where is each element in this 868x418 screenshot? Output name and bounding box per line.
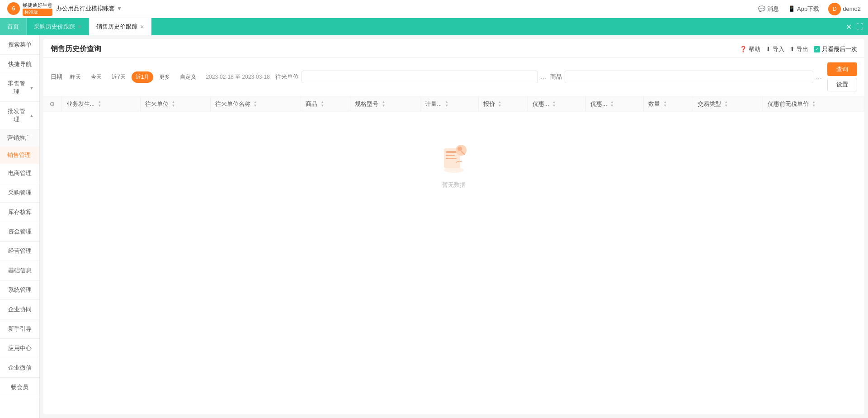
date-btn-today[interactable]: 今天	[87, 71, 106, 83]
export-label: 导出	[797, 45, 808, 53]
th-date-label: 业务发生...	[66, 100, 95, 108]
tab-sales[interactable]: 销售历史价跟踪 ×	[89, 18, 151, 35]
partner-input[interactable]	[302, 71, 538, 83]
th-notax-price[interactable]: 优惠前无税单价 ▲▼	[763, 96, 864, 112]
table-container: ⚙ 业务发生... ▲▼ 往来单位	[43, 96, 864, 414]
sidebar-item-wholesale[interactable]: 批发管理 ▲	[0, 102, 39, 129]
sidebar-item-app-center[interactable]: 应用中心	[0, 339, 39, 358]
only-last-label: 只看最后一次	[822, 45, 857, 53]
close-icon[interactable]: ×	[78, 24, 81, 30]
sort-arrows-icon: ▲▼	[498, 100, 502, 108]
tab-bar-end: ✕ ⛶	[845, 18, 868, 35]
help-button[interactable]: ❓ 帮助	[740, 45, 760, 53]
close-icon[interactable]: ×	[140, 24, 144, 30]
sidebar-item-marketing[interactable]: 营销推广	[0, 129, 39, 147]
sort-arrows-icon: ▲▼	[445, 100, 448, 108]
download-action[interactable]: 📱 App下载	[788, 5, 819, 13]
goods-input[interactable]	[565, 71, 813, 83]
sidebar-member-label: 畅会员	[11, 383, 28, 391]
svg-rect-3	[446, 155, 455, 156]
sidebar-item-quick-nav[interactable]: 快捷导航	[0, 55, 39, 74]
sidebar-item-enterprise[interactable]: 企业协同	[0, 300, 39, 319]
settings-icon[interactable]: ⚙	[49, 100, 55, 108]
empty-state: 暂无数据	[43, 112, 864, 216]
logo-badge: 标准版	[23, 9, 52, 16]
sidebar-system-label: 系统管理	[8, 286, 32, 294]
sidebar-item-inventory[interactable]: 库存核算	[0, 203, 39, 222]
th-price[interactable]: 报价 ▲▼	[478, 96, 528, 112]
table-header-row: ⚙ 业务发生... ▲▼ 往来单位	[43, 96, 864, 112]
date-btn-7days[interactable]: 近7天	[108, 71, 130, 83]
sort-arrows-icon: ▲▼	[552, 100, 556, 108]
top-bar-left: 6 畅捷通好生意 标准版 办公用品行业模拟账套 ▼	[7, 2, 122, 15]
sidebar-item-operations[interactable]: 经营管理	[0, 242, 39, 261]
sidebar-item-purchase[interactable]: 采购管理	[0, 183, 39, 203]
th-discount2[interactable]: 优惠... ▲▼	[585, 96, 643, 112]
date-btn-1month[interactable]: 近1月	[132, 71, 154, 83]
th-partner[interactable]: 往来单位 ▲▼	[140, 96, 210, 112]
th-type[interactable]: 交易类型 ▲▼	[693, 96, 763, 112]
tab-home[interactable]: 首页	[0, 18, 27, 35]
maximize-icon[interactable]: ⛶	[855, 22, 864, 32]
sidebar-quick-nav-label: 快捷导航	[8, 60, 32, 68]
sidebar-item-basic[interactable]: 基础信息	[0, 261, 39, 280]
sidebar: 搜索菜单 快捷导航 零售管理 ▼ 批发管理 ▲ 营销推广 销售管理 电商管理 采…	[0, 35, 40, 418]
sidebar-item-newbie[interactable]: 新手引导	[0, 319, 39, 339]
th-discount2-label: 优惠...	[590, 100, 607, 108]
th-partner-label: 往来单位	[145, 100, 169, 108]
date-btn-yesterday[interactable]: 昨天	[66, 71, 85, 83]
tab-bar: 首页 采购历史价跟踪 × 销售历史价跟踪 × ✕ ⛶	[0, 18, 868, 35]
date-filter-group: 日期 昨天 今天 近7天 近1月 更多 自定义 2023-02-18 至 202…	[51, 71, 270, 83]
only-last-checkbox[interactable]: ✓ 只看最后一次	[814, 45, 857, 53]
close-window-icon[interactable]: ✕	[845, 22, 853, 32]
sidebar-item-sales-mgmt[interactable]: 销售管理	[0, 147, 39, 164]
date-btn-custom[interactable]: 自定义	[176, 71, 200, 83]
goods-filter-item: 商品 ...	[550, 71, 822, 83]
export-button[interactable]: ⬆ 导出	[790, 45, 808, 53]
workspace-selector[interactable]: 办公用品行业模拟账套 ▼	[56, 5, 122, 13]
import-label: 导入	[773, 45, 784, 53]
content-area: 销售历史价查询 ❓ 帮助 ⬇ 导入 ⬆ 导出 ✓	[40, 35, 868, 418]
sidebar-item-ecommerce[interactable]: 电商管理	[0, 164, 39, 183]
th-discount1[interactable]: 优惠... ▲▼	[528, 96, 585, 112]
th-goods[interactable]: 商品 ▲▼	[301, 96, 350, 112]
page-header: 销售历史价查询 ❓ 帮助 ⬇ 导入 ⬆ 导出 ✓	[43, 39, 864, 58]
chevron-up-icon: ▲	[29, 113, 34, 118]
filter-input-group: 往来单位 ... 商品 ...	[275, 71, 822, 83]
sidebar-enterprise-label: 企业协同	[8, 305, 32, 314]
sidebar-sales-mgmt-label: 销售管理	[7, 151, 31, 159]
partner-dots-button[interactable]: ...	[541, 73, 547, 81]
chevron-down-icon: ▼	[29, 86, 34, 90]
message-action[interactable]: 💬 消息	[758, 5, 779, 13]
tab-purchase-label: 采购历史价跟踪	[34, 23, 75, 31]
tab-purchase[interactable]: 采购历史价跟踪 ×	[27, 18, 89, 35]
th-partner-name[interactable]: 往来单位名称 ▲▼	[210, 96, 301, 112]
logo-icon: 6	[7, 2, 20, 15]
sidebar-item-retail[interactable]: 零售管理 ▼	[0, 74, 39, 102]
tab-home-label: 首页	[7, 23, 19, 31]
th-goods-label: 商品	[306, 100, 317, 108]
th-spec-label: 规格型号	[355, 100, 378, 108]
sort-arrows-icon: ▲▼	[98, 100, 101, 108]
th-spec[interactable]: 规格型号 ▲▼	[350, 96, 420, 112]
sidebar-item-system[interactable]: 系统管理	[0, 280, 39, 300]
import-button[interactable]: ⬇ 导入	[766, 45, 784, 53]
sidebar-item-wechat[interactable]: 企业微信	[0, 358, 39, 378]
message-icon: 💬	[758, 5, 765, 12]
sidebar-item-finance[interactable]: 资金管理	[0, 222, 39, 242]
goods-dots-button[interactable]: ...	[816, 73, 822, 81]
query-button[interactable]: 查询	[827, 62, 857, 76]
sidebar-item-search[interactable]: 搜索菜单	[0, 35, 39, 55]
th-partner-name-label: 往来单位名称	[215, 100, 250, 108]
user-area[interactable]: D demo2	[828, 3, 861, 15]
date-btn-more[interactable]: 更多	[155, 71, 174, 83]
sidebar-item-member[interactable]: 畅会员	[0, 378, 39, 397]
sidebar-finance-label: 资金管理	[8, 228, 32, 236]
th-unit[interactable]: 计量... ▲▼	[420, 96, 478, 112]
th-price-label: 报价	[483, 100, 495, 108]
settings-button[interactable]: 设置	[827, 78, 857, 91]
th-qty[interactable]: 数量 ▲▼	[644, 96, 693, 112]
th-date[interactable]: 业务发生... ▲▼	[61, 96, 140, 112]
data-table: ⚙ 业务发生... ▲▼ 往来单位	[43, 96, 864, 112]
logo-area: 6 畅捷通好生意 标准版	[7, 2, 52, 15]
